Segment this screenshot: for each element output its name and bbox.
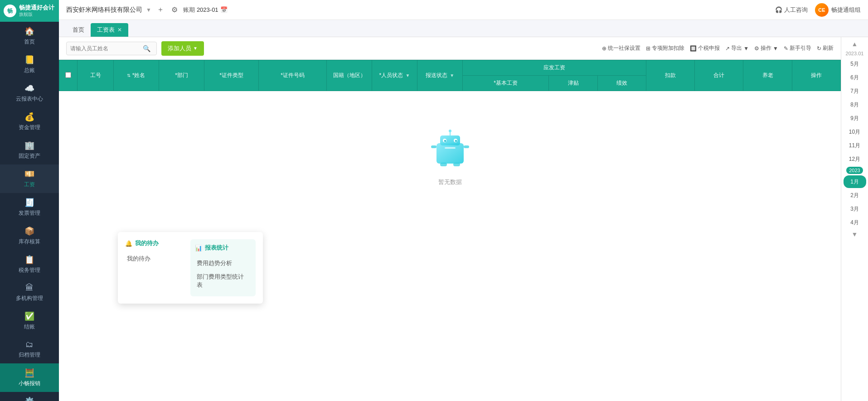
sidebar-label-home: 首页: [24, 38, 35, 46]
month-item-5[interactable]: 5月: [844, 58, 866, 70]
sidebar-label-settle: 结账: [24, 323, 35, 331]
period-label: 账期 2023-01 📅: [183, 6, 228, 14]
sidebar-item-salary[interactable]: 💴 工资: [0, 164, 59, 193]
popup-item-dept-cost[interactable]: 部门费用类型统计表: [195, 270, 251, 292]
month-item-2[interactable]: 2月: [844, 189, 866, 202]
month-item-1[interactable]: 1月: [844, 175, 866, 188]
month-item-10[interactable]: 10月: [844, 126, 866, 138]
sidebar-label-invoice: 发票管理: [19, 209, 40, 217]
calendar-icon[interactable]: 📅: [220, 6, 228, 13]
tab-close-btn[interactable]: ✕: [117, 27, 122, 33]
th-report-status[interactable]: 报送状态 ▼: [417, 60, 463, 91]
company-name[interactable]: 西安虾米网络科技有限公司: [66, 6, 142, 14]
deduct-label: 专项附加扣除: [652, 44, 684, 52]
tab-bar: 首页 工资表 ✕: [59, 20, 868, 37]
tab-home[interactable]: 首页: [66, 23, 91, 37]
sidebar-item-home[interactable]: 🏠 首页: [0, 22, 59, 50]
month-item-4[interactable]: 4月: [844, 216, 866, 229]
month-item-3[interactable]: 3月: [844, 203, 866, 215]
sidebar-item-fixed-asset[interactable]: 🏢 固定资产: [0, 136, 59, 164]
sidebar-item-invoice[interactable]: 🧾 发票管理: [0, 193, 59, 222]
popup-item-cost-trend[interactable]: 费用趋势分析: [195, 256, 251, 270]
sidebar-item-tax[interactable]: 📋 税务管理: [0, 250, 59, 279]
service-label: 人工咨询: [784, 6, 808, 14]
month-item-8[interactable]: 8月: [844, 98, 866, 111]
settings-btn[interactable]: ⚙: [170, 4, 179, 16]
user-profile[interactable]: CE 畅捷通组组: [815, 3, 861, 17]
main-area: 西安虾米网络科技有限公司 ▼ ＋ ⚙ 账期 2023-01 📅 🎧 人工咨询 C…: [59, 0, 868, 401]
sidebar-icon-xiaochang: 🧮: [24, 368, 34, 378]
sidebar-label-ledger: 总账: [24, 67, 35, 74]
sidebar-item-cloud-report[interactable]: ☁️ 云报表中心: [0, 79, 59, 107]
add-person-btn[interactable]: 添加人员 ▼: [161, 41, 204, 56]
th-person-status[interactable]: *人员状态 ▼: [372, 60, 417, 91]
popup-col-todo-header: 🔔 我的待办: [125, 239, 181, 247]
sidebar-label-cloud-report: 云报表中心: [16, 95, 43, 103]
svg-point-5: [455, 140, 457, 142]
person-status-filter-icon: ▼: [406, 73, 410, 78]
tab-salary-table[interactable]: 工资表 ✕: [91, 23, 128, 37]
sidebar-item-ledger[interactable]: 📒 总账: [0, 50, 59, 79]
salary-area: 🔍 添加人员 ▼ ⊕ 统一社保设置 ⊞ 专项附加扣除: [59, 37, 841, 401]
month-nav-down[interactable]: ▼: [849, 229, 861, 239]
operation-icon: ⚙: [754, 45, 759, 52]
sidebar-item-inventory[interactable]: 📦 库存核算: [0, 222, 59, 250]
sidebar-icon-tax: 📋: [24, 255, 34, 265]
popup-col-report-header: 📊 报表统计: [195, 244, 251, 252]
sidebar-item-multi-org[interactable]: 🏛 多机构管理: [0, 279, 59, 307]
sidebar-icon-fund: 💰: [24, 112, 34, 122]
th-operation: 操作: [792, 60, 840, 91]
sidebar-item-fund[interactable]: 💰 资金管理: [0, 107, 59, 136]
export-arrow-icon: ▼: [743, 45, 749, 52]
sidebar-item-settle[interactable]: ✅ 结账: [0, 307, 59, 335]
user-name: 畅捷通组组: [831, 6, 861, 14]
period-value[interactable]: 2023-01: [197, 6, 218, 13]
topbar-right: 🎧 人工咨询 CE 畅捷通组组: [775, 3, 861, 17]
svg-rect-9: [431, 145, 436, 148]
month-item-11[interactable]: 11月: [844, 139, 866, 152]
sidebar-icon-settle: ✅: [24, 311, 34, 321]
month-sidebar: ▲ 2023.01 5月 6月 7月 8月 9月 10月 11月 12月 202…: [841, 37, 868, 401]
month-item-7[interactable]: 7月: [844, 85, 866, 97]
export-btn[interactable]: ↗ 导出 ▼: [725, 44, 749, 52]
svg-point-7: [449, 130, 451, 132]
deduct-btn[interactable]: ⊞ 专项附加扣除: [646, 44, 684, 52]
add-person-arrow-icon: ▼: [193, 46, 198, 51]
refresh-btn[interactable]: ↻ 刷新: [817, 44, 834, 52]
month-item-12[interactable]: 12月: [844, 153, 866, 165]
app-logo[interactable]: 畅 畅捷通好会计 旗舰版: [0, 0, 59, 22]
report-icon: 📊: [195, 245, 202, 251]
search-input[interactable]: [70, 45, 143, 52]
sidebar-label-xiaochang: 小畅报销: [19, 380, 40, 387]
svg-point-4: [444, 140, 446, 142]
sidebar-label-fund: 资金管理: [19, 124, 40, 131]
company-dropdown-arrow[interactable]: ▼: [146, 7, 151, 13]
month-item-9[interactable]: 9月: [844, 112, 866, 125]
sidebar-item-archive[interactable]: 🗂 归档管理: [0, 335, 59, 363]
th-dept: *部门: [159, 60, 204, 91]
th-performance: 绩效: [597, 76, 646, 91]
th-pension: 养老: [743, 60, 792, 91]
service-btn[interactable]: 🎧 人工咨询: [775, 6, 808, 14]
social-security-btn[interactable]: ⊕ 统一社保设置: [602, 44, 640, 52]
deduct-icon: ⊞: [646, 45, 650, 52]
popup-item-my-todo[interactable]: 我的待办: [125, 252, 181, 266]
month-nav-up[interactable]: ▲: [849, 39, 861, 49]
th-checkbox[interactable]: [59, 60, 78, 91]
select-all-checkbox[interactable]: [65, 72, 71, 78]
search-wrap[interactable]: 🔍: [66, 42, 157, 55]
search-icon[interactable]: 🔍: [143, 45, 150, 52]
popup-todo-title: 我的待办: [135, 239, 159, 247]
salary-table-wrap: 工号 ⇅ *姓名 *部门 *证件类型 *证件号码 国籍（地区） *人员状态 ▼: [59, 60, 841, 401]
new-guide-btn[interactable]: ✎ 新手引导: [784, 44, 811, 52]
th-total: 合计: [695, 60, 743, 91]
operation-btn[interactable]: ⚙ 操作 ▼: [754, 44, 778, 52]
add-company-btn[interactable]: ＋: [155, 3, 166, 16]
sidebar-item-xiaochang[interactable]: 🧮 小畅报销: [0, 363, 59, 392]
month-item-6[interactable]: 6月: [844, 71, 866, 84]
sidebar-icon-archive: 🗂: [25, 340, 34, 349]
th-name[interactable]: ⇅ *姓名: [114, 60, 159, 91]
tax-report-btn[interactable]: 🔲 个税申报: [690, 44, 720, 52]
headset-icon: 🎧: [775, 6, 782, 13]
sidebar-item-basic[interactable]: ⚙️ 基础设置: [0, 392, 59, 401]
